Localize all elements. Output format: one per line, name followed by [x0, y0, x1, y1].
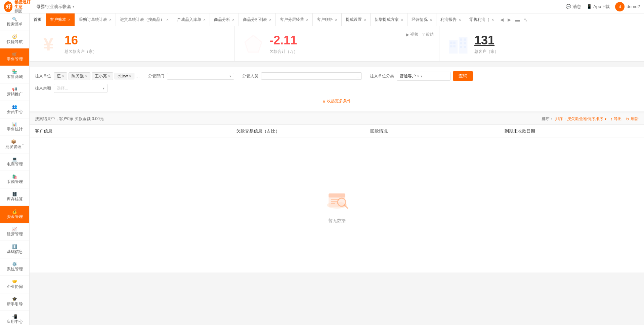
remove-tag-btn[interactable]: × — [108, 74, 110, 78]
dept-select[interactable]: ▾ — [167, 73, 234, 80]
app-download-btn[interactable]: 📱 App下载 — [587, 4, 610, 10]
sidebar-item-label: 采购管理 — [1, 179, 28, 185]
stat-number: 16 — [65, 33, 97, 47]
sidebar-item-label: 快捷导航 — [1, 39, 28, 45]
help-btn[interactable]: ? 帮助 — [422, 32, 434, 37]
filter-tag-category: 普通客户 × — [400, 73, 419, 79]
close-icon[interactable]: × — [401, 17, 403, 22]
tab-profit-report[interactable]: 利润报告 × — [436, 13, 465, 26]
sidebar-item-inventory[interactable]: 🗄️ 库存核算 — [0, 188, 29, 206]
sidebar-item-business-mgmt[interactable]: 📈 经营管理 — [0, 223, 29, 241]
sidebar-item-wholesale-mgmt[interactable]: 📦 批发管理 ▾ — [0, 136, 29, 153]
tab-next-btn[interactable]: ▶ — [506, 13, 513, 26]
svg-rect-4 — [450, 42, 452, 44]
user-area[interactable]: d demo2 — [615, 2, 640, 11]
close-icon[interactable]: × — [232, 17, 234, 22]
tab-accounts[interactable]: 客户账本 × — [46, 13, 75, 26]
sidebar: 🔍 搜索菜单 🧭 快捷导航 🛒 零售管理 🏪 零售商城 📢 营销推广 👥 会员中… — [0, 13, 30, 325]
sidebar-item-label: 会员中心 — [1, 109, 28, 115]
sidebar-item-app-center[interactable]: 📲 应用中心 — [0, 311, 29, 325]
sidebar-item-search[interactable]: 🔍 搜索菜单 — [0, 13, 29, 31]
currency-icon: ¥ — [38, 33, 59, 55]
close-icon[interactable]: × — [109, 17, 112, 22]
messages-btn[interactable]: 💬 消息 — [566, 4, 581, 10]
close-icon[interactable]: × — [459, 17, 461, 22]
balance-select[interactable]: 选择... ▾ — [54, 84, 108, 93]
close-icon[interactable]: × — [306, 17, 308, 22]
close-icon[interactable]: × — [166, 17, 169, 22]
sidebar-item-new-guide[interactable]: 🎓 新手引导 — [0, 293, 29, 311]
tab-business-situation[interactable]: 经营情况 × — [407, 13, 436, 26]
tab-prev-btn[interactable]: ◀ — [498, 13, 506, 26]
filter-row-2: 往来余额 选择... ▾ — [35, 84, 639, 93]
tab-product-analysis-list[interactable]: 商品分析列表 × — [239, 13, 276, 26]
tab-production-inbound[interactable]: 产成品入库单 × — [173, 13, 210, 26]
sidebar-item-marketing[interactable]: 📢 营销推广 — [0, 83, 29, 101]
chevron-down-icon: ▾ — [421, 74, 422, 78]
remove-tag-btn[interactable]: × — [417, 74, 419, 78]
sidebar-item-quick-nav[interactable]: 🧭 快捷导航 — [0, 31, 29, 48]
sidebar-item-member[interactable]: 👥 会员中心 — [0, 101, 29, 118]
tab-home[interactable]: 首页 — [30, 13, 46, 26]
tab-minimize-btn[interactable]: ▬ — [513, 13, 522, 26]
filter-tag-unit: 伍 × — [54, 72, 67, 80]
tab-product-analysis[interactable]: 商品分析 × — [210, 13, 239, 26]
remove-tag-btn[interactable]: × — [85, 74, 87, 78]
sidebar-item-enterprise-coop[interactable]: 🤝 企业协同 — [0, 276, 29, 293]
tab-label: 商品分析列表 — [243, 17, 267, 23]
close-icon[interactable]: × — [491, 17, 494, 22]
close-icon[interactable]: × — [68, 17, 71, 22]
tab-customer-contacts[interactable]: 客户联络 × — [313, 13, 342, 26]
tab-inbound-stats[interactable]: 进货单统计表（按商品） × — [116, 13, 173, 26]
collapse-filters-btn[interactable]: ∧ 收起更多条件 — [323, 98, 351, 104]
sidebar-item-basic-info[interactable]: ℹ️ 基础信息 — [0, 241, 29, 258]
play-icon: ▶ — [406, 32, 409, 37]
export-btn[interactable]: ↑ 导出 — [610, 116, 622, 122]
tab-new-promotion-plan[interactable]: 新增提成方案 × — [371, 13, 407, 26]
tab-expand-btn[interactable]: ⤡ — [522, 13, 530, 26]
sidebar-item-purchase-mgmt[interactable]: 🛍️ 采购管理 — [0, 171, 29, 188]
export-icon: ↑ — [610, 117, 612, 121]
sidebar-item-retail-stats[interactable]: 📊 零售统计 — [0, 118, 29, 136]
tab-label: 客户联络 — [317, 17, 333, 23]
sidebar-item-label: 经营管理 — [1, 231, 28, 237]
tab-purchase-orders[interactable]: 采购订单统计表 × — [75, 13, 116, 26]
sort-select[interactable]: 排序： 排序：按欠款金额倒序排序 ▾ — [542, 116, 606, 122]
category-select[interactable]: 普通客户 × ▾ — [397, 72, 450, 81]
section-divider — [30, 62, 644, 64]
tab-customer-segments[interactable]: 客户分层经营 × — [276, 13, 313, 26]
sidebar-item-label: 电商管理 — [1, 161, 28, 167]
sidebar-item-label: 零售商城 — [1, 74, 28, 80]
close-icon[interactable]: × — [335, 17, 337, 22]
refresh-btn[interactable]: ↻ 刷新 — [626, 116, 639, 122]
query-button[interactable]: 查询 — [453, 71, 473, 81]
remove-tag-btn[interactable]: × — [129, 74, 131, 78]
video-help-btn[interactable]: ▶ 视频 — [406, 32, 418, 37]
stat-number: -2.11 — [269, 33, 298, 47]
remove-tag-btn[interactable]: × — [62, 74, 64, 78]
unit-filter-tags: 伍 × 陈民强 × 王小亮 × cjttcw × — [54, 72, 140, 80]
close-icon[interactable]: × — [203, 17, 206, 22]
tab-promotion-settings[interactable]: 提成设置 × — [342, 13, 371, 26]
sidebar-item-capital-mgmt[interactable]: 💰 资金管理 — [0, 206, 29, 223]
sidebar-item-system-mgmt[interactable]: ⚙️ 系统管理 — [0, 258, 29, 276]
username: demo2 — [627, 4, 640, 9]
sidebar-item-retail-mall[interactable]: 🏪 零售商城 — [0, 66, 29, 83]
sidebar-item-label: 库存核算 — [1, 196, 28, 202]
result-bar: 搜索结果中，客户0家 欠款金额 0.00元 排序： 排序：按欠款金额倒序排序 ▾… — [30, 113, 644, 125]
tab-label: 零售利润（ — [469, 17, 489, 23]
close-icon[interactable]: × — [430, 17, 432, 22]
store-icon: 🛒 — [1, 52, 28, 57]
person-select[interactable]: ... — [261, 72, 362, 80]
close-icon[interactable]: × — [269, 17, 271, 22]
filter-area: 往来单位 伍 × 陈民强 × 王小亮 × — [30, 67, 644, 111]
sidebar-item-retail-mgmt[interactable]: 🛒 零售管理 — [0, 48, 29, 66]
industry-selector[interactable]: 母婴行业演示帐套 ▾ — [36, 4, 74, 10]
empty-state: 暂无数据 — [324, 167, 350, 244]
close-icon[interactable]: × — [364, 17, 366, 22]
more-tags-btn[interactable]: ... — [136, 74, 140, 78]
messages-label: 消息 — [572, 4, 581, 10]
sidebar-item-ecommerce[interactable]: 💻 电商管理 — [0, 153, 29, 171]
tab-retail-profit[interactable]: 零售利润（ × — [465, 13, 498, 26]
unit-filter-label: 往来单位 — [35, 73, 51, 79]
